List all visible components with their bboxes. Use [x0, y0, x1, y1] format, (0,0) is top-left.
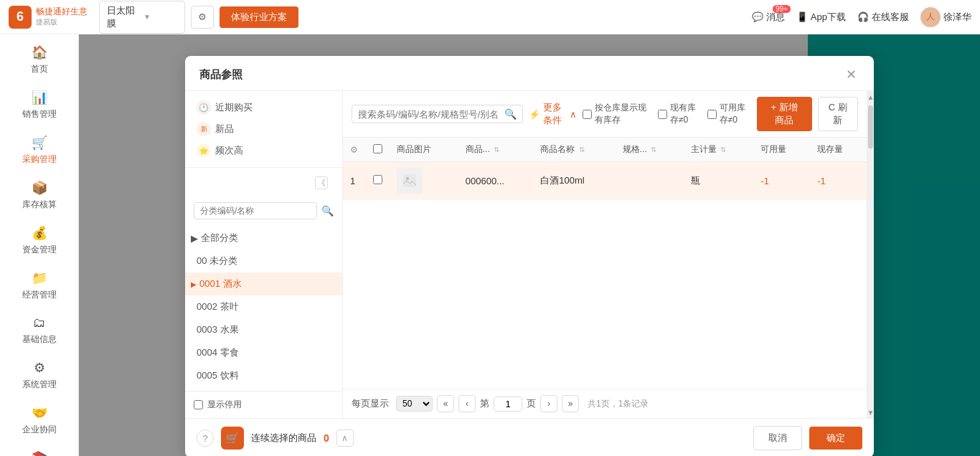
headset-icon: 🎧	[857, 11, 869, 22]
row-checkbox[interactable]	[373, 175, 382, 184]
page-number-input[interactable]	[494, 396, 522, 412]
search-icon[interactable]: 🔍	[504, 108, 517, 120]
modal-title: 商品参照	[199, 68, 842, 82]
add-product-button[interactable]: + 新增商品	[757, 97, 812, 131]
settings-icon[interactable]: ⚙	[191, 6, 214, 29]
table-gear-icon[interactable]: ⚙	[350, 145, 358, 155]
continuous-select-label: 连续选择的商品	[251, 432, 316, 445]
quick-filter-recent[interactable]: 🕐 近期购买	[194, 97, 334, 118]
experience-button[interactable]: 体验行业方案	[220, 6, 298, 28]
logo-text: 畅捷通好生意	[36, 6, 88, 18]
display-stopped-label[interactable]: 显示停用	[207, 399, 242, 411]
cart-button[interactable]: 🛒	[221, 427, 244, 450]
existing-stock-checkbox[interactable]	[658, 110, 667, 119]
basic-info-icon: 🗂	[33, 315, 46, 331]
sidebar-item-sales[interactable]: 📊 销售管理	[0, 82, 78, 128]
modal-header: 商品参照 ✕	[185, 56, 874, 91]
sidebar-item-home[interactable]: 🏠 首页	[0, 37, 78, 82]
product-search-box[interactable]: 🔍	[352, 105, 523, 123]
product-thumbnail	[397, 168, 423, 194]
table-header-code: 商品... ⇅	[458, 138, 533, 162]
layout: 🏠 首页 📊 销售管理 🛒 采购管理 📦 库存核算 💰 资金管理 📁 经营管理 …	[0, 34, 980, 456]
expand-button[interactable]: ∧	[336, 429, 354, 447]
row-stock: -1	[810, 162, 867, 200]
prev-page-button[interactable]: ‹	[458, 395, 476, 412]
close-button[interactable]: ✕	[842, 66, 859, 83]
svg-rect-0	[403, 174, 416, 187]
by-warehouse-checkbox-item: 按仓库显示现有库存	[583, 102, 652, 126]
logo-sub: 捷易版	[36, 17, 88, 27]
sort-code-icon: ⇅	[494, 146, 499, 153]
product-reference-modal: 商品参照 ✕ 🕐 近期购买 新	[185, 56, 874, 456]
right-toolbar: 🔍 ⚡ 更多条件 ∧ 按仓库显示现有库存	[343, 91, 867, 138]
row-name: 白酒100ml	[533, 162, 616, 200]
category-tea[interactable]: 0002 茶叶	[185, 295, 342, 318]
app-download-nav-item[interactable]: 📱 App下载	[796, 11, 846, 24]
existing-stock-label[interactable]: 现有库存≠0	[670, 102, 702, 126]
user-nav-item[interactable]: 人 徐泽华	[920, 7, 971, 27]
table-header-settings: ⚙	[343, 138, 366, 162]
category-fruit[interactable]: 0003 水果	[185, 318, 342, 341]
row-available: -1	[753, 162, 810, 200]
chevron-down-icon: ▼	[143, 13, 177, 21]
main-content: 商品参照 ✕ 🕐 近期购买 新	[79, 34, 980, 456]
category-all[interactable]: ▶ 全部分类	[185, 227, 342, 250]
sidebar-item-basic-info[interactable]: 🗂 基础信息	[0, 308, 78, 353]
select-all-checkbox[interactable]	[373, 144, 382, 153]
table-row[interactable]: 1	[343, 162, 867, 200]
sidebar-item-operations[interactable]: 📁 经营管理	[0, 263, 78, 308]
svg-point-1	[406, 177, 409, 180]
finance-icon: 💰	[32, 225, 47, 241]
cancel-button[interactable]: 取消	[753, 426, 802, 450]
first-page-button[interactable]: «	[437, 395, 454, 412]
sidebar-item-system[interactable]: ⚙ 系统管理	[0, 353, 78, 398]
more-conditions-button[interactable]: ⚡ 更多条件 ∧	[529, 101, 577, 127]
page-suffix: 页	[527, 397, 536, 410]
per-page-select[interactable]: 50 100 200	[396, 396, 433, 412]
scroll-track	[867, 103, 874, 407]
confirm-button[interactable]: 确定	[809, 427, 862, 450]
category-search-input[interactable]	[194, 202, 317, 219]
help-button[interactable]: ?	[197, 429, 214, 447]
by-warehouse-label[interactable]: 按仓库显示现有库存	[595, 102, 652, 126]
branch-dropdown[interactable]: 日太阳膜 ▼	[99, 1, 185, 34]
quick-filter-new[interactable]: 新 新品	[194, 118, 334, 140]
online-service-nav-item[interactable]: 🎧 在线客服	[857, 11, 909, 24]
page-total-info: 共1页，1条记录	[588, 398, 649, 410]
by-warehouse-checkbox[interactable]	[583, 110, 592, 119]
sales-icon: 📊	[32, 90, 47, 105]
modal-overlay: 商品参照 ✕ 🕐 近期购买 新	[79, 34, 980, 456]
product-search-input[interactable]	[358, 109, 501, 120]
row-checkbox-cell	[366, 162, 390, 200]
sidebar-item-inventory[interactable]: 📦 库存核算	[0, 173, 78, 218]
new-icon: 新	[197, 122, 211, 136]
available-stock-checkbox[interactable]	[707, 110, 717, 119]
quick-filter-frequent[interactable]: ⭐ 频次高	[194, 140, 334, 161]
scroll-down-arrow[interactable]: ▼	[867, 407, 874, 418]
sidebar-item-purchase[interactable]: 🛒 采购管理	[0, 128, 78, 173]
table-header-image: 商品图片	[390, 138, 458, 162]
table-header-name: 商品名称 ⇅	[533, 138, 616, 162]
sidebar-item-guide[interactable]: 📚 新手引导	[0, 443, 78, 456]
last-page-button[interactable]: »	[562, 395, 579, 412]
scroll-thumb[interactable]	[868, 105, 873, 148]
category-search: 🔍	[185, 198, 342, 224]
scroll-up-arrow[interactable]: ▲	[867, 91, 874, 103]
sort-unit-icon: ⇅	[720, 146, 726, 153]
refresh-button[interactable]: C 刷新	[818, 97, 858, 131]
category-snacks[interactable]: 0004 零食	[185, 341, 342, 364]
sidebar-item-finance[interactable]: 💰 资金管理	[0, 218, 78, 263]
sidebar-item-enterprise[interactable]: 🤝 企业协同	[0, 398, 78, 443]
available-stock-label[interactable]: 可用库存≠0	[720, 102, 751, 126]
messages-nav-item[interactable]: 💬 消息 99+	[752, 11, 785, 24]
category-search-icon[interactable]: 🔍	[321, 205, 334, 217]
display-stopped-checkbox[interactable]	[194, 400, 203, 409]
pagination: 每页显示 50 100 200 « ‹ 第 页 ›	[343, 389, 867, 418]
modal-footer: ? 🛒 连续选择的商品 0 ∧ 取消 确定	[185, 418, 874, 456]
category-unclassified[interactable]: 00 未分类	[185, 250, 342, 272]
category-drinks[interactable]: 0005 饮料	[185, 364, 342, 387]
nav-right: 💬 消息 99+ 📱 App下载 🎧 在线客服 人 徐泽华	[752, 7, 971, 27]
next-page-button[interactable]: ›	[540, 395, 557, 412]
category-liquor[interactable]: ▶ 0001 酒水	[185, 272, 342, 295]
collapse-button[interactable]: 《	[315, 176, 328, 189]
